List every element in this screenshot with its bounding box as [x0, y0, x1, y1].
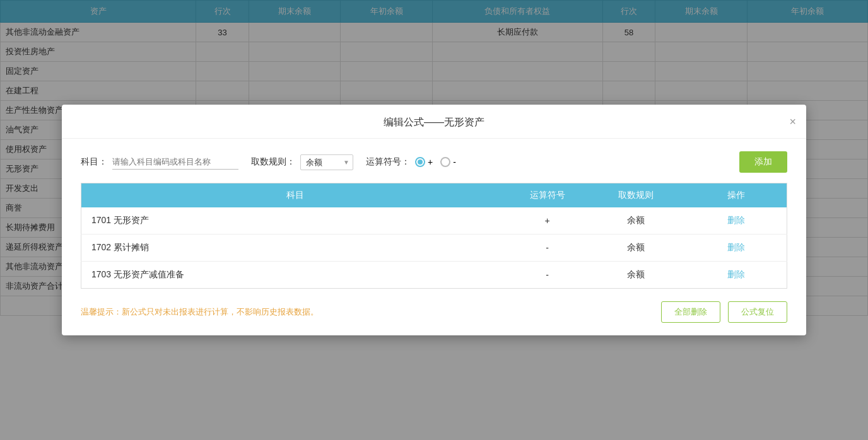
radio-minus[interactable]: - [440, 157, 456, 167]
row1-subject: 1701 无形资产 [81, 207, 510, 234]
delete-all-button[interactable]: 全部删除 [661, 301, 720, 323]
radio-plus-circle [415, 157, 425, 167]
radio-minus-circle [440, 157, 450, 167]
table-row: 1702 累计摊销 - 余额 删除 [81, 234, 787, 262]
radio-group: + - [415, 157, 456, 167]
modal-title: 编辑公式——无形资产 [384, 117, 484, 127]
modal-overlay: 编辑公式——无形资产 × 科目： 取数规则： 余额 借方 贷方 借方累计 贷方累… [0, 0, 868, 440]
subject-label: 科目： [81, 156, 107, 168]
row2-subject: 1702 累计摊销 [81, 234, 510, 262]
rule-label: 取数规则： [251, 156, 295, 168]
rule-group: 取数规则： 余额 借方 贷方 借方累计 贷方累计 ▼ [251, 154, 353, 170]
operator-group: 运算符号： + - [366, 156, 456, 168]
data-table-wrapper: 科目 运算符号 取数规则 操作 1701 无形资产 + 余额 删除 [62, 183, 806, 289]
rule-select-wrapper: 余额 借方 贷方 借方累计 贷方累计 ▼ [300, 154, 353, 170]
row1-delete-link[interactable]: 删除 [727, 215, 745, 225]
row2-delete-link[interactable]: 删除 [727, 242, 745, 252]
radio-plus-label: + [428, 157, 433, 167]
row3-rule: 余额 [585, 262, 686, 289]
row3-action: 删除 [686, 262, 787, 289]
modal-header: 编辑公式——无形资产 × [62, 105, 806, 139]
add-button[interactable]: 添加 [739, 151, 787, 173]
row2-rule: 余额 [585, 234, 686, 262]
row1-rule: 余额 [585, 207, 686, 234]
modal-footer: 温馨提示：新公式只对未出报表进行计算，不影响历史报表数据。 全部删除 公式复位 [62, 289, 806, 335]
row1-action: 删除 [686, 207, 787, 234]
formula-table: 科目 运算符号 取数规则 操作 1701 无形资产 + 余额 删除 [81, 183, 787, 289]
footer-buttons: 全部删除 公式复位 [661, 301, 787, 323]
row3-operator: - [510, 262, 585, 289]
col-operator: 运算符号 [510, 183, 585, 208]
table-row: 1703 无形资产减值准备 - 余额 删除 [81, 262, 787, 289]
operator-label: 运算符号： [366, 156, 410, 168]
radio-plus[interactable]: + [415, 157, 433, 167]
col-subject: 科目 [81, 183, 510, 208]
row3-delete-link[interactable]: 删除 [727, 269, 745, 279]
footer-tip: 温馨提示：新公式只对未出报表进行计算，不影响历史报表数据。 [81, 306, 319, 318]
row1-operator: + [510, 207, 585, 234]
modal-dialog: 编辑公式——无形资产 × 科目： 取数规则： 余额 借方 贷方 借方累计 贷方累… [62, 105, 806, 335]
close-button[interactable]: × [789, 116, 796, 127]
row2-action: 删除 [686, 234, 787, 262]
modal-form: 科目： 取数规则： 余额 借方 贷方 借方累计 贷方累计 ▼ 运算符号 [62, 139, 806, 183]
row3-subject: 1703 无形资产减值准备 [81, 262, 510, 289]
row2-operator: - [510, 234, 585, 262]
col-action: 操作 [686, 183, 787, 208]
rule-select[interactable]: 余额 借方 贷方 借方累计 贷方累计 [300, 154, 353, 170]
col-rule: 取数规则 [585, 183, 686, 208]
table-row: 1701 无形资产 + 余额 删除 [81, 207, 787, 234]
radio-minus-label: - [453, 157, 456, 167]
reset-formula-button[interactable]: 公式复位 [728, 301, 787, 323]
subject-group: 科目： [81, 154, 238, 170]
subject-input[interactable] [112, 154, 238, 170]
